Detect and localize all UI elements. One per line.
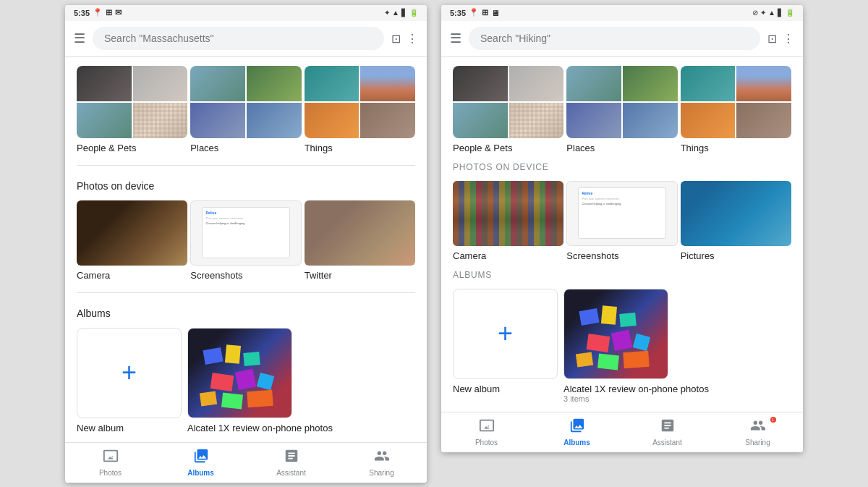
category-places-left[interactable]: Places <box>190 66 301 153</box>
status-time-left: 5:35 📍 ⊞ ✉ <box>74 8 122 17</box>
more-vert-icon-right[interactable]: ⋮ <box>783 32 794 46</box>
thumb-mountain-1 <box>360 66 415 101</box>
svg-rect-4 <box>234 368 256 390</box>
thumb-dark-r1 <box>453 66 508 101</box>
category-mosaic-people-right <box>453 66 563 138</box>
content-left: People & Pets Places <box>65 57 427 442</box>
category-mosaic-places-right <box>566 66 677 138</box>
album-graffiti-left[interactable]: Alcatel 1X review on-phone photos <box>187 328 333 433</box>
svg-rect-8 <box>247 389 273 407</box>
screenshots-label-right: Screenshots <box>566 250 677 261</box>
category-label-places-right: Places <box>566 143 677 153</box>
device-photos-grid-right: Camera Relive Print your summer memories… <box>441 175 803 264</box>
monitor-icon-right: 🖥 <box>491 9 499 17</box>
screenshots-label-left: Screenshots <box>190 270 301 281</box>
nav-photos-right[interactable]: Photos <box>441 412 532 452</box>
cast-icon[interactable]: ⊡ <box>391 32 401 46</box>
nav-assistant-label-right: Assistant <box>652 439 682 446</box>
screenshot-card-right: Relive Print your summer memories Choose… <box>578 187 665 238</box>
screenshot-card-left: Relive Print your summer memories Choose… <box>202 207 289 258</box>
hamburger-icon[interactable]: ☰ <box>74 30 85 46</box>
graffiti-shapes-left <box>188 329 292 418</box>
device-photos-section-right: PHOTOS ON DEVICE <box>441 156 803 175</box>
left-phone: 5:35 📍 ⊞ ✉ ✦ ▲ ▋ 🔋 ☰ ⊡ ⋮ <box>65 5 427 483</box>
device-twitter-left[interactable]: Twitter <box>305 200 415 281</box>
pictures-label-right: Pictures <box>681 250 791 261</box>
svg-rect-13 <box>610 329 632 351</box>
graffiti-thumb-right <box>563 289 668 379</box>
grid-icon: ⊞ <box>106 8 112 17</box>
thumb-orange-r1 <box>681 103 736 138</box>
svg-rect-0 <box>203 347 223 364</box>
nav-photos-label-right: Photos <box>475 439 498 446</box>
nav-albums-right[interactable]: Albums <box>532 412 622 452</box>
screenshots-thumb-left: Relive Print your summer memories Choose… <box>190 200 301 266</box>
photos-nav-icon-left <box>103 448 119 467</box>
device-camera-left[interactable]: Camera <box>77 200 187 281</box>
svg-rect-5 <box>256 372 273 389</box>
albums-nav-icon-right <box>569 418 585 437</box>
album-new-right[interactable]: + New album <box>453 289 558 403</box>
graffiti-label-left: Alcatel 1X review on-phone photos <box>187 423 333 433</box>
category-people-pets-right[interactable]: People & Pets <box>453 66 563 153</box>
category-mosaic-people-left <box>77 66 187 138</box>
graffiti-shapes-right <box>564 289 668 378</box>
device-pictures-right[interactable]: Pictures <box>681 181 791 261</box>
bluetooth-icon: ✦ <box>384 9 390 17</box>
nav-sharing-label-right: Sharing <box>745 439 770 446</box>
category-label-things-right: Things <box>681 143 791 153</box>
device-screenshots-right[interactable]: Relive Print your summer memories Choose… <box>566 181 677 261</box>
thumb-brown-1 <box>360 103 415 138</box>
nav-sharing-left[interactable]: Sharing <box>336 443 427 483</box>
thumb-blue-r1 <box>623 103 678 138</box>
notification-dot-right: 1 <box>770 417 776 423</box>
nav-albums-left[interactable]: Albums <box>156 443 246 483</box>
category-places-right[interactable]: Places <box>566 66 677 153</box>
svg-rect-7 <box>221 392 243 409</box>
thumb-face-r1 <box>509 66 564 101</box>
cast-icon-right[interactable]: ⊡ <box>767 32 777 46</box>
thumb-landscape-r1 <box>453 103 508 138</box>
right-phone: 5:35 📍 ⊞ 🖥 ⊘ ✦ ▲ ▋ 🔋 ☰ ⊡ ⋮ <box>441 5 803 452</box>
nav-photos-left[interactable]: Photos <box>65 443 156 483</box>
category-label-things-left: Things <box>305 143 415 153</box>
thumb-green-r1 <box>623 66 678 101</box>
bluetooth-icon-right: ✦ <box>760 9 766 17</box>
nav-assistant-right[interactable]: Assistant <box>622 412 712 452</box>
location-icon: 📍 <box>93 8 103 17</box>
device-photos-grid-left: Camera Relive Print your summer memories… <box>65 195 427 284</box>
device-screenshots-left[interactable]: Relive Print your summer memories Choose… <box>190 200 301 281</box>
svg-rect-10 <box>600 305 616 325</box>
signal-icon-right: ▋ <box>778 9 783 17</box>
categories-left: People & Pets Places <box>65 57 427 156</box>
album-new-left[interactable]: + New album <box>77 328 182 433</box>
device-camera-right[interactable]: Camera <box>453 181 563 261</box>
camera-thumb-left <box>77 200 187 266</box>
nav-assistant-left[interactable]: Assistant <box>246 443 336 483</box>
nav-sharing-right[interactable]: 1 Sharing <box>712 412 803 452</box>
albums-section-right: ALBUMS <box>441 264 803 283</box>
svg-rect-2 <box>243 352 260 366</box>
search-input-right[interactable] <box>469 27 760 50</box>
more-vert-icon[interactable]: ⋮ <box>407 32 418 46</box>
battery-icon-right: 🔋 <box>786 9 794 17</box>
hamburger-icon-right[interactable]: ☰ <box>450 30 461 46</box>
status-icons-right: ⊘ ✦ ▲ ▋ 🔋 <box>752 9 794 17</box>
category-label-people-left: People & Pets <box>77 143 187 153</box>
search-input-left[interactable] <box>93 27 384 50</box>
thumb-landscape-1 <box>77 103 132 138</box>
category-things-left[interactable]: Things <box>305 66 415 153</box>
album-graffiti-right[interactable]: Alcatel 1X review on-phone photos 3 item… <box>563 289 709 403</box>
thumb-brown-r1 <box>736 103 791 138</box>
category-people-pets-left[interactable]: People & Pets <box>77 66 187 153</box>
new-album-label-right: New album <box>453 384 558 394</box>
thumb-teal-1 <box>305 66 359 101</box>
category-things-right[interactable]: Things <box>681 66 791 153</box>
status-bar-left: 5:35 📍 ⊞ ✉ ✦ ▲ ▋ 🔋 <box>65 5 427 21</box>
svg-rect-14 <box>632 333 650 350</box>
svg-rect-9 <box>579 308 599 325</box>
thumb-mountain-r1 <box>736 66 791 101</box>
svg-rect-17 <box>623 350 649 368</box>
wifi-icon: ▲ <box>392 9 399 17</box>
thumb-pixelated-1 <box>133 103 188 138</box>
